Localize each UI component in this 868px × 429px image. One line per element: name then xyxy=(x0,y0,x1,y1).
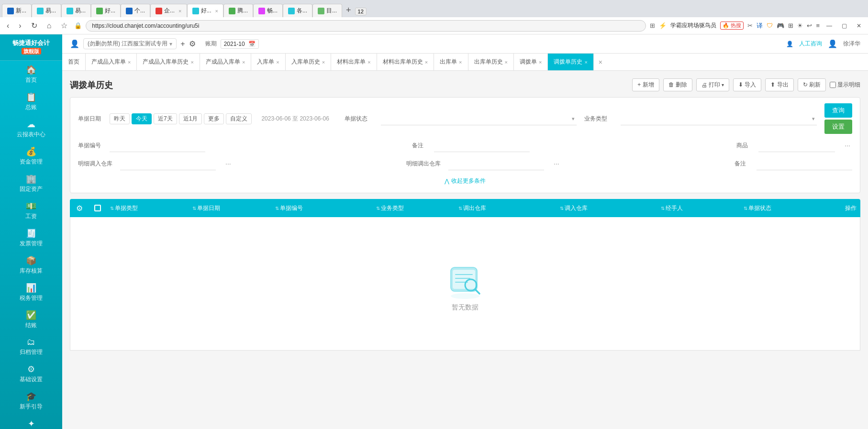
close-all-btn[interactable]: × xyxy=(596,58,605,66)
browser-tab-5[interactable]: 企... × xyxy=(150,4,187,17)
docnum-input[interactable] xyxy=(110,139,205,152)
tab-close-6[interactable]: × xyxy=(215,8,218,14)
th-out[interactable]: ⇅ 调出仓库 xyxy=(455,204,556,212)
url-bar[interactable] xyxy=(86,20,646,32)
sidebar-item-invoice[interactable]: 🧾 发票管理 xyxy=(0,224,62,252)
new-tab-btn[interactable]: + xyxy=(342,5,355,15)
page-tab-close-3[interactable]: × xyxy=(242,59,245,65)
detail-out-ellipsis[interactable]: ··· xyxy=(552,160,561,167)
page-tab-9[interactable]: 出库单历史 × xyxy=(468,54,514,71)
sidebar-item-member[interactable]: ✦ 畅会员 xyxy=(0,415,62,429)
note-input[interactable] xyxy=(757,157,852,170)
page-tab-close-11[interactable]: × xyxy=(584,59,587,65)
browser-tab-1[interactable]: 易... xyxy=(32,4,61,17)
minimize-btn[interactable]: — xyxy=(823,22,835,30)
th-check[interactable] xyxy=(89,205,106,211)
browser-tab-2[interactable]: 易... xyxy=(61,4,91,17)
page-tab-close-7[interactable]: × xyxy=(425,59,428,65)
print-btn[interactable]: 🖨 打印 ▾ xyxy=(696,78,729,91)
forward-btn[interactable]: › xyxy=(16,21,24,31)
service-btn[interactable]: 人工咨询 xyxy=(799,40,822,48)
sidebar-item-ledger[interactable]: 📋 总账 xyxy=(0,88,62,115)
browser-tab-4[interactable]: 个... xyxy=(121,4,150,17)
page-tab-close-8[interactable]: × xyxy=(459,59,462,65)
sidebar-item-inventory[interactable]: 📦 库存核算 xyxy=(0,252,62,279)
period-selector[interactable]: 2021-10 📅 xyxy=(221,39,259,49)
th-biztype[interactable]: ⇅ 业务类型 xyxy=(372,204,455,212)
date-btn-today[interactable]: 今天 xyxy=(132,113,152,124)
sidebar-item-tax[interactable]: 📊 税务管理 xyxy=(0,279,62,306)
page-tab-close-4[interactable]: × xyxy=(276,59,279,65)
company-selector[interactable]: (勿删勿禁用) 江西服宝测试专用 ▾ xyxy=(83,38,177,49)
close-win-btn[interactable]: ✕ xyxy=(854,22,864,30)
page-tab-8[interactable]: 出库单 × xyxy=(434,54,468,71)
page-tab-5[interactable]: 入库单历史 × xyxy=(286,54,331,71)
page-tab-10[interactable]: 调拨单 × xyxy=(514,54,548,71)
date-btn-yesterday[interactable]: 昨天 xyxy=(110,113,130,124)
sidebar-item-home[interactable]: 🏠 首页 xyxy=(0,61,62,88)
goods-input[interactable] xyxy=(758,139,835,152)
query-btn[interactable]: 查询 xyxy=(824,103,852,118)
settings-btn[interactable]: 设置 xyxy=(824,120,852,134)
th-handler[interactable]: ⇅ 经手人 xyxy=(657,204,739,212)
browser-tab-10[interactable]: 目... xyxy=(312,4,342,17)
browser-tab-6[interactable]: 好... × xyxy=(187,4,223,17)
home-btn[interactable]: ⌂ xyxy=(44,21,55,31)
print-dropdown-icon[interactable]: ▾ xyxy=(722,82,724,88)
bookmark-btn[interactable]: ☆ xyxy=(58,20,70,31)
remark-input[interactable] xyxy=(434,139,530,152)
biz-select[interactable] xyxy=(621,112,817,125)
delete-btn[interactable]: 🗑 删除 xyxy=(663,78,692,91)
page-tab-7[interactable]: 材料出库单历史 × xyxy=(377,54,434,71)
refresh-btn[interactable]: ↻ xyxy=(28,20,40,31)
th-date[interactable]: ⇅ 单据日期 xyxy=(189,204,271,212)
import-btn[interactable]: ⬇ 导入 xyxy=(733,78,761,91)
select-all-checkbox[interactable] xyxy=(94,205,101,211)
sidebar-item-settings[interactable]: ⚙ 基础设置 xyxy=(0,360,62,387)
detail-out-input[interactable] xyxy=(448,157,544,170)
refresh-btn-page[interactable]: ↻ 刷新 xyxy=(798,78,826,91)
page-tab-close-9[interactable]: × xyxy=(505,59,508,65)
collapse-btn[interactable]: ⋀ 收起更多条件 xyxy=(445,175,486,187)
page-tab-3[interactable]: 产成品入库单 × xyxy=(200,54,251,71)
browser-tab-8[interactable]: 畅... xyxy=(253,4,283,17)
browser-tab-7[interactable]: 腾... xyxy=(223,4,253,17)
page-tab-4[interactable]: 入库单 × xyxy=(251,54,285,71)
page-tab-1[interactable]: 产成品入库单 × xyxy=(86,54,137,71)
date-btn-7days[interactable]: 近7天 xyxy=(154,113,177,124)
page-tab-close-5[interactable]: × xyxy=(322,59,325,65)
date-btn-custom[interactable]: 自定义 xyxy=(226,113,252,124)
date-btn-more[interactable]: 更多 xyxy=(204,113,224,124)
tab-close-5[interactable]: × xyxy=(178,8,181,14)
th-type[interactable]: ⇅ 单据类型 xyxy=(106,204,189,212)
th-in[interactable]: ⇅ 调入仓库 xyxy=(556,204,657,212)
date-btn-1month[interactable]: 近1月 xyxy=(179,113,202,124)
page-tab-home[interactable]: 首页 xyxy=(62,54,86,71)
browser-tab-3[interactable]: 好... xyxy=(91,4,121,17)
page-tab-2[interactable]: 产成品入库单历史 × xyxy=(137,54,200,71)
back-btn[interactable]: ‹ xyxy=(4,21,12,31)
status-select[interactable] xyxy=(381,112,577,125)
table-gear-icon[interactable]: ⚙ xyxy=(76,204,83,213)
add-company-btn[interactable]: + xyxy=(180,40,185,48)
maximize-btn[interactable]: ▢ xyxy=(839,22,850,30)
page-tab-11[interactable]: 调拨单历史 × xyxy=(548,54,593,71)
browser-tab-0[interactable]: 新... xyxy=(2,4,32,17)
gear-btn[interactable]: ⚙ xyxy=(189,39,196,48)
th-gear[interactable]: ⚙ xyxy=(70,204,89,213)
show-detail-checkbox[interactable] xyxy=(830,82,836,88)
th-num[interactable]: ⇅ 单据编号 xyxy=(271,204,372,212)
page-tab-close-10[interactable]: × xyxy=(539,59,542,65)
th-status[interactable]: ⇅ 单据状态 xyxy=(740,204,822,212)
export-btn[interactable]: ⬆ 导出 xyxy=(765,78,793,91)
goods-ellipsis-btn[interactable]: ··· xyxy=(843,142,852,149)
sidebar-item-guide[interactable]: 🎓 新手引导 xyxy=(0,387,62,415)
sidebar-item-funds[interactable]: 💰 资金管理 xyxy=(0,143,62,170)
sidebar-item-close[interactable]: ✅ 结账 xyxy=(0,306,62,333)
sidebar-item-assets[interactable]: 🏢 固定资产 xyxy=(0,170,62,197)
page-tab-6[interactable]: 材料出库单 × xyxy=(331,54,377,71)
page-tab-close-6[interactable]: × xyxy=(367,59,370,65)
detail-in-input[interactable] xyxy=(120,157,216,170)
new-btn[interactable]: + 新增 xyxy=(632,78,659,91)
sidebar-item-archive[interactable]: 🗂 归档管理 xyxy=(0,333,62,360)
